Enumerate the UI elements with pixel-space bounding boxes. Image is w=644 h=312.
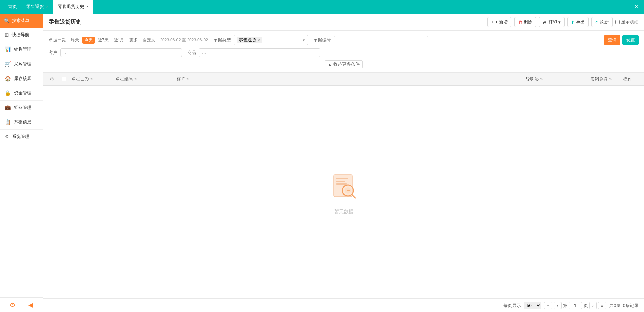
sidebar-search[interactable]: 🔍 搜索菜单: [0, 14, 43, 28]
empty-state: 暂无数据: [43, 86, 644, 298]
display-detail-checkbox-label: 显示明细: [615, 19, 639, 25]
type-filter-label: 单据类型: [213, 37, 231, 43]
system-icon: ⚙: [5, 134, 9, 140]
last-page-button[interactable]: »: [598, 302, 606, 309]
display-detail-checkbox[interactable]: [615, 20, 620, 24]
date-shortcut-1month[interactable]: 近1月: [112, 37, 126, 44]
sidebar-gear-icon[interactable]: ⚙: [10, 301, 15, 309]
toolbar: + + 新增 🗑 删除 🖨 打印 ▾ ⬆ 导出 ↻: [487, 17, 639, 27]
type-filter-select[interactable]: 零售退货 × ▾: [234, 35, 308, 45]
sidebar: 🔍 搜索菜单 ⊞ 快捷导航 📊 销售管理 🛒 采购管理 🏠 库存核算 🔒 资金管…: [0, 14, 43, 312]
type-tag-remove[interactable]: ×: [258, 38, 260, 43]
date-shortcut-today[interactable]: 今天: [82, 37, 95, 44]
sidebar-item-inventory[interactable]: 🏠 库存核算: [0, 71, 43, 86]
date-filter-group: 单据日期 昨天 今天 近7天 近1月 更多 自定义 2023-06-02 至 2…: [49, 37, 208, 44]
close-tab-retail-return-history[interactable]: ×: [86, 4, 89, 9]
print-icon: 🖨: [543, 20, 547, 25]
sidebar-item-finance[interactable]: 🔒 资金管理: [0, 86, 43, 101]
main-layout: 🔍 搜索菜单 ⊞ 快捷导航 📊 销售管理 🛒 采购管理 🏠 库存核算 🔒 资金管…: [0, 14, 644, 312]
customer-filter-group: 客户: [49, 48, 182, 57]
page-unit: 页: [583, 303, 588, 309]
print-button[interactable]: 🖨 打印 ▾: [539, 17, 565, 27]
print-chevron-icon: ▾: [558, 20, 561, 25]
close-tab-retail-return[interactable]: ×: [46, 4, 48, 9]
date-sort-icon: ⇅: [90, 77, 93, 81]
query-button[interactable]: 查询: [604, 35, 620, 45]
refresh-button[interactable]: ↻ 刷新: [591, 17, 613, 27]
refresh-icon: ↻: [595, 20, 599, 25]
date-shortcut-more[interactable]: 更多: [127, 37, 140, 44]
page-navigation: « ‹ 第 页 › »: [544, 302, 606, 309]
sidebar-item-quick-nav[interactable]: ⊞ 快捷导航: [0, 28, 43, 42]
empty-state-icon: [327, 170, 361, 203]
export-icon: ⬆: [571, 20, 575, 25]
date-shortcuts: 昨天 今天 近7天 近1月 更多 自定义: [69, 37, 157, 44]
new-button[interactable]: + + 新增: [487, 17, 511, 27]
page-number-input[interactable]: [569, 302, 582, 309]
page-title: 零售退货历史: [49, 19, 487, 26]
new-icon: +: [491, 20, 494, 25]
th-amount[interactable]: 实销金额 ⇅: [574, 76, 614, 82]
svg-rect-3: [336, 183, 347, 185]
delete-button[interactable]: 🗑 删除: [514, 17, 536, 27]
number-filter-group: 单据编号: [313, 36, 428, 44]
operations-icon: 💼: [5, 105, 11, 111]
th-check[interactable]: [58, 77, 69, 81]
finance-icon: 🔒: [5, 90, 11, 96]
pagination-bar: 每页显示 50 10 20 100 « ‹ 第 页 › » 共0页, 0条记录: [43, 298, 644, 312]
tab-retail-return[interactable]: 零售退货 ×: [22, 0, 53, 14]
sidebar-item-system[interactable]: ⚙ 系统管理: [0, 130, 43, 144]
sidebar-collapse-icon[interactable]: ◀: [28, 301, 33, 309]
goods-filter-input[interactable]: [199, 48, 320, 57]
th-action: 操作: [614, 76, 641, 82]
sidebar-item-purchase[interactable]: 🛒 采购管理: [0, 57, 43, 71]
tab-home[interactable]: 首页: [3, 0, 22, 14]
sidebar-item-basic-info[interactable]: 📋 基础信息: [0, 115, 43, 130]
number-filter-label: 单据编号: [313, 37, 331, 43]
search-icon: 🔍: [4, 18, 10, 23]
quick-nav-icon: ⊞: [5, 32, 9, 38]
type-select-chevron: ▾: [303, 38, 305, 43]
date-shortcut-custom[interactable]: 自定义: [141, 37, 157, 44]
goods-filter-group: 商品: [187, 48, 320, 57]
settings-button[interactable]: 设置: [622, 35, 639, 45]
table-header: ⚙ 单据日期 ⇅ 单据编号 ⇅ 客户 ⇅ 导购员: [43, 73, 644, 86]
export-button[interactable]: ⬆ 导出: [567, 17, 589, 27]
page-header: 零售退货历史 + + 新增 🗑 删除 🖨 打印 ▾ ⬆ 导出: [43, 14, 644, 31]
date-shortcut-7days[interactable]: 近7天: [96, 37, 111, 44]
delete-icon: 🗑: [518, 20, 522, 25]
svg-rect-2: [336, 181, 345, 182]
th-date[interactable]: 单据日期 ⇅: [69, 76, 113, 82]
collapse-up-icon: ▲: [328, 62, 332, 67]
collapse-button[interactable]: ▲ 收起更多条件: [325, 60, 363, 68]
svg-rect-1: [336, 178, 348, 179]
number-filter-input[interactable]: [334, 36, 428, 44]
th-customer[interactable]: 客户 ⇅: [174, 76, 523, 82]
first-page-button[interactable]: «: [544, 302, 552, 309]
goods-filter-label: 商品: [187, 50, 196, 56]
settings-column-icon: ⚙: [50, 76, 54, 82]
th-guide[interactable]: 导购员 ⇅: [523, 76, 574, 82]
sidebar-item-sales[interactable]: 📊 销售管理: [0, 42, 43, 57]
amount-sort-icon: ⇅: [609, 77, 612, 81]
customer-sort-icon: ⇅: [186, 77, 189, 81]
sales-icon: 📊: [5, 46, 11, 52]
th-settings[interactable]: ⚙: [46, 76, 58, 82]
th-number[interactable]: 单据编号 ⇅: [113, 76, 174, 82]
inventory-icon: 🏠: [5, 75, 11, 82]
date-shortcut-yesterday[interactable]: 昨天: [69, 37, 81, 44]
tab-retail-return-history[interactable]: 零售退货历史 ×: [53, 0, 93, 14]
number-sort-icon: ⇅: [134, 77, 137, 81]
next-page-button[interactable]: ›: [589, 302, 597, 309]
per-page-select[interactable]: 50 10 20 100: [524, 302, 541, 309]
table-area: ⚙ 单据日期 ⇅ 单据编号 ⇅ 客户 ⇅ 导购员: [43, 73, 644, 312]
select-all-checkbox[interactable]: [62, 77, 66, 81]
customer-filter-input[interactable]: [60, 48, 182, 57]
prev-page-button[interactable]: ‹: [554, 302, 561, 309]
collapse-row: ▲ 收起更多条件: [49, 60, 639, 68]
content-area: 零售退货历史 + + 新增 🗑 删除 🖨 打印 ▾ ⬆ 导出: [43, 14, 644, 312]
sidebar-item-operations[interactable]: 💼 经营管理: [0, 101, 43, 115]
window-close-button[interactable]: ×: [632, 4, 641, 10]
pagination-summary: 共0页, 0条记录: [609, 303, 639, 309]
type-tag: 零售退货 ×: [237, 37, 262, 43]
